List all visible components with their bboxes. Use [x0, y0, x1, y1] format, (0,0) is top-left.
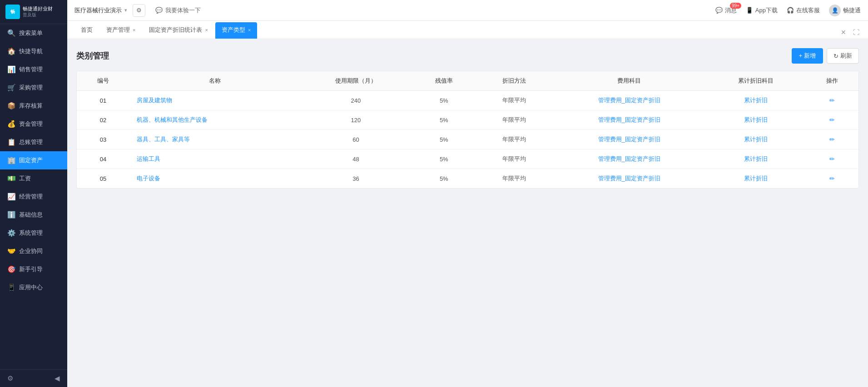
- tab-asset-type-label: 资产类型: [222, 26, 245, 34]
- company-name: 医疗器械行业演示: [74, 6, 122, 15]
- sidebar-label-search: 搜索菜单: [19, 29, 43, 37]
- page-title: 类别管理: [76, 50, 109, 61]
- ledger-icon: 📋: [7, 138, 15, 146]
- tab-depreciation-close[interactable]: ×: [205, 27, 208, 33]
- window-expand-button[interactable]: ⛶: [852, 28, 861, 37]
- cell-method-4: 年限平均: [476, 169, 552, 189]
- app-download-icon: 📱: [746, 7, 753, 14]
- col-header-accumulated: 累计折旧科目: [706, 71, 806, 91]
- category-table: 编号 名称 使用期限（月） 残值率 折旧方法 费用科目 累计折旧科目 操作 01…: [76, 71, 859, 189]
- feedback-icon: 💬: [155, 7, 163, 14]
- customer-service-button[interactable]: 🎧 在线客服: [787, 6, 820, 15]
- refresh-button[interactable]: ↻ 刷新: [827, 48, 859, 64]
- sidebar: 畅 畅捷通好业财 普及版 🔍 搜索菜单 🏠 快捷导航 📊 销售管理 🛒 采购管理…: [0, 0, 67, 387]
- col-header-residual: 残值率: [412, 71, 476, 91]
- window-controls: ✕ ⛶: [839, 28, 861, 39]
- cooperation-icon: 🤝: [7, 247, 15, 255]
- sidebar-item-basic-info[interactable]: ℹ️ 基础信息: [0, 206, 67, 224]
- tab-asset-type[interactable]: 资产类型 ×: [215, 22, 257, 39]
- sidebar-item-search[interactable]: 🔍 搜索菜单: [0, 24, 67, 42]
- user-name: 畅捷通: [843, 6, 861, 15]
- cell-id-1: 02: [77, 110, 129, 130]
- cell-accumulated-4: 累计折旧: [706, 169, 806, 189]
- message-icon: 💬: [715, 7, 723, 14]
- cell-period-1: 120: [300, 110, 412, 130]
- basic-info-icon: ℹ️: [7, 211, 15, 219]
- cell-name-4: 电子设备: [129, 169, 300, 189]
- message-badge: 99+: [730, 3, 741, 9]
- sidebar-item-cooperation[interactable]: 🤝 企业协同: [0, 242, 67, 260]
- sidebar-item-purchase[interactable]: 🛒 采购管理: [0, 79, 67, 97]
- cell-residual-2: 5%: [412, 130, 476, 149]
- app-center-icon: 📱: [7, 283, 15, 292]
- sidebar-label-basic-info: 基础信息: [19, 211, 43, 219]
- cell-name-2: 器具、工具、家具等: [129, 130, 300, 149]
- topbar-settings-button[interactable]: ⚙: [133, 4, 145, 17]
- inventory-icon: 📦: [7, 102, 15, 110]
- company-selector[interactable]: 医疗器械行业演示 ▾: [74, 6, 127, 15]
- cell-expense-0: 管理费用_固定资产折旧: [552, 91, 706, 110]
- app-name: 畅捷通好业财: [23, 5, 53, 12]
- sidebar-item-app-center[interactable]: 📱 应用中心: [0, 278, 67, 297]
- col-header-id: 编号: [77, 71, 129, 91]
- tab-asset-manage-label: 资产管理: [106, 26, 130, 34]
- edit-button-1[interactable]: ✏: [829, 116, 835, 124]
- tab-home[interactable]: 首页: [74, 22, 99, 39]
- tabbar: 首页 资产管理 × 固定资产折旧统计表 × 资产类型 × ✕ ⛶: [67, 21, 868, 39]
- table-row: 03 器具、工具、家具等 60 5% 年限平均 管理费用_固定资产折旧 累计折旧…: [77, 130, 858, 149]
- edit-button-2[interactable]: ✏: [829, 136, 835, 143]
- new-button[interactable]: + 新增: [792, 48, 823, 64]
- app-download-button[interactable]: 📱 App下载: [746, 6, 778, 15]
- table-row: 05 电子设备 36 5% 年限平均 管理费用_固定资产折旧 累计折旧 ✏: [77, 169, 858, 189]
- sidebar-item-ledger[interactable]: 📋 总账管理: [0, 133, 67, 151]
- edit-button-4[interactable]: ✏: [829, 175, 835, 182]
- edit-button-0[interactable]: ✏: [829, 97, 835, 104]
- main-content: 医疗器械行业演示 ▾ ⚙ 💬 我要体验一下 💬 消息 99+ 📱 App下载: [67, 0, 868, 387]
- sidebar-item-capital[interactable]: 💰 资金管理: [0, 115, 67, 133]
- tab-asset-manage[interactable]: 资产管理 ×: [100, 22, 142, 39]
- settings-footer-button[interactable]: ⚙: [7, 374, 13, 382]
- cell-residual-4: 5%: [412, 169, 476, 189]
- tab-depreciation-table[interactable]: 固定资产折旧统计表 ×: [143, 22, 214, 39]
- feedback-button[interactable]: 💬 我要体验一下: [151, 5, 205, 16]
- cell-expense-4: 管理费用_固定资产折旧: [552, 169, 706, 189]
- sidebar-footer: ⚙ ◀: [0, 369, 67, 387]
- table-row: 04 运输工具 48 5% 年限平均 管理费用_固定资产折旧 累计折旧 ✏: [77, 149, 858, 169]
- tab-asset-type-close[interactable]: ×: [248, 27, 251, 33]
- sidebar-item-inventory[interactable]: 📦 库存核算: [0, 97, 67, 115]
- sidebar-item-guide[interactable]: 🎯 新手引导: [0, 260, 67, 278]
- col-header-name: 名称: [129, 71, 300, 91]
- sidebar-label-salary: 工资: [19, 174, 31, 183]
- home-icon: 🏠: [7, 47, 15, 55]
- sidebar-label-app-center: 应用中心: [19, 283, 43, 292]
- sidebar-item-system[interactable]: ⚙️ 系统管理: [0, 224, 67, 242]
- app-logo-icon: 畅: [5, 5, 20, 19]
- sidebar-item-operation[interactable]: 📈 经营管理: [0, 188, 67, 206]
- sidebar-item-salary[interactable]: 💵 工资: [0, 169, 67, 188]
- purchase-icon: 🛒: [7, 84, 15, 92]
- cell-id-3: 04: [77, 149, 129, 169]
- collapse-sidebar-button[interactable]: ◀: [55, 374, 60, 382]
- message-button[interactable]: 💬 消息 99+: [715, 6, 737, 15]
- customer-service-icon: 🎧: [787, 7, 794, 14]
- user-button[interactable]: 👤 畅捷通: [829, 5, 861, 16]
- data-table: 编号 名称 使用期限（月） 残值率 折旧方法 费用科目 累计折旧科目 操作 01…: [77, 71, 858, 188]
- window-close-button[interactable]: ✕: [839, 28, 848, 37]
- cell-period-0: 240: [300, 91, 412, 110]
- col-header-operation: 操作: [806, 71, 858, 91]
- gear-icon: ⚙: [136, 7, 142, 14]
- tab-home-label: 首页: [81, 26, 93, 34]
- sidebar-item-fixed-asset[interactable]: 🏢 固定资产: [0, 151, 67, 169]
- sidebar-label-system: 系统管理: [19, 229, 43, 237]
- sidebar-item-sales[interactable]: 📊 销售管理: [0, 60, 67, 79]
- edit-button-3[interactable]: ✏: [829, 155, 835, 163]
- col-header-expense: 费用科目: [552, 71, 706, 91]
- table-row: 01 房屋及建筑物 240 5% 年限平均 管理费用_固定资产折旧 累计折旧 ✏: [77, 91, 858, 110]
- sidebar-item-quick-nav[interactable]: 🏠 快捷导航: [0, 42, 67, 60]
- tab-asset-manage-close[interactable]: ×: [133, 27, 135, 33]
- cell-method-2: 年限平均: [476, 130, 552, 149]
- cell-period-3: 48: [300, 149, 412, 169]
- cell-id-2: 03: [77, 130, 129, 149]
- table-row: 02 机器、机械和其他生产设备 120 5% 年限平均 管理费用_固定资产折旧 …: [77, 110, 858, 130]
- cell-accumulated-1: 累计折旧: [706, 110, 806, 130]
